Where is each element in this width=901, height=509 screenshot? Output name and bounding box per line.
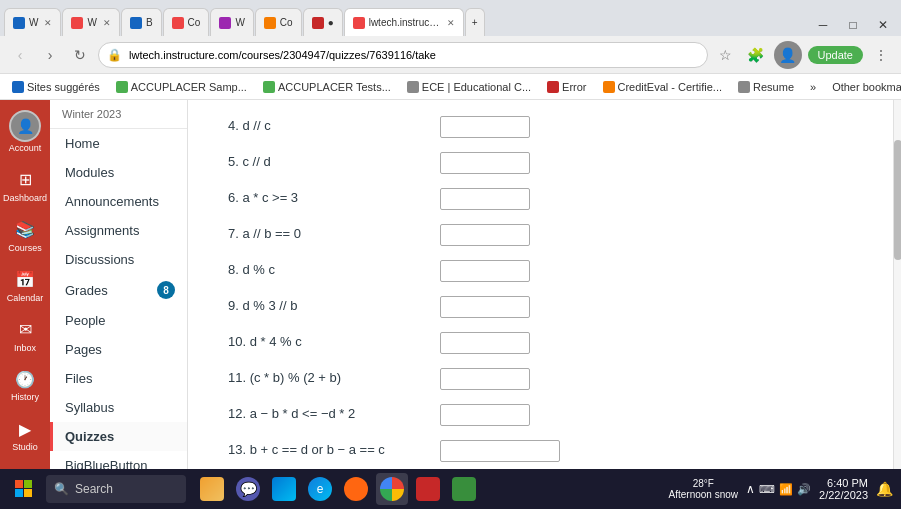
sidebar-item-home[interactable]: Home bbox=[50, 129, 187, 158]
quiz-item-8: 8. d % c bbox=[228, 260, 853, 282]
quiz-input-8[interactable] bbox=[440, 260, 530, 282]
taskbar-chat[interactable]: 💬 bbox=[232, 473, 264, 505]
bookmark-label: CreditEval - Certifie... bbox=[618, 81, 723, 93]
sidebar-item-modules[interactable]: Modules bbox=[50, 158, 187, 187]
bookmark-label: ECE | Educational C... bbox=[422, 81, 531, 93]
bookmark-more[interactable]: » bbox=[806, 79, 820, 95]
notification-icon[interactable]: 🔔 bbox=[876, 481, 893, 497]
tab-7[interactable]: ● bbox=[303, 8, 343, 36]
taskbar-firefox[interactable] bbox=[340, 473, 372, 505]
bookmark-label: ACCUPLACER Tests... bbox=[278, 81, 391, 93]
taskbar-edge[interactable]: e bbox=[304, 473, 336, 505]
sidebar-pages-label: Pages bbox=[65, 342, 102, 357]
tray-keyboard-icon[interactable]: ⌨ bbox=[759, 483, 775, 496]
chat-icon: 💬 bbox=[236, 477, 260, 501]
update-button[interactable]: Update bbox=[808, 46, 863, 64]
reload-button[interactable]: ↻ bbox=[68, 43, 92, 67]
sidebar-item-files[interactable]: Files bbox=[50, 364, 187, 393]
taskbar-chrome[interactable] bbox=[376, 473, 408, 505]
quiz-input-11[interactable] bbox=[440, 368, 530, 390]
quiz-input-12[interactable] bbox=[440, 404, 530, 426]
sidebar-item-assignments[interactable]: Assignments bbox=[50, 216, 187, 245]
secure-icon: 🔒 bbox=[107, 48, 122, 62]
address-bar[interactable]: 🔒 bbox=[98, 42, 708, 68]
quiz-label-6: 6. a * c >= 3 bbox=[228, 188, 428, 209]
bookmark-resume[interactable]: Resume bbox=[734, 79, 798, 95]
tab-6[interactable]: Co bbox=[255, 8, 302, 36]
sidebar: Winter 2023 Home Modules Announcements A… bbox=[50, 100, 188, 509]
taskbar-store[interactable] bbox=[268, 473, 300, 505]
bookmark-accuplacer2[interactable]: ACCUPLACER Tests... bbox=[259, 79, 395, 95]
bookmark-sites[interactable]: Sites suggérés bbox=[8, 79, 104, 95]
weather-widget[interactable]: 28°F Afternoon snow bbox=[669, 478, 739, 500]
sidebar-item-syllabus[interactable]: Syllabus bbox=[50, 393, 187, 422]
address-input[interactable] bbox=[129, 49, 677, 61]
forward-button[interactable]: › bbox=[38, 43, 62, 67]
tab-active[interactable]: lwtech.instructure.com ✕ bbox=[344, 8, 464, 36]
bookmark-crediteval[interactable]: CreditEval - Certifie... bbox=[599, 79, 727, 95]
nav-calendar-label: Calendar bbox=[7, 294, 44, 304]
tab-close-1[interactable]: ✕ bbox=[44, 18, 52, 28]
tray-icons: ∧ ⌨ 📶 🔊 bbox=[746, 482, 811, 496]
sidebar-item-grades[interactable]: Grades 8 bbox=[50, 274, 187, 306]
tab-1[interactable]: W ✕ bbox=[4, 8, 61, 36]
profile-button[interactable]: 👤 bbox=[774, 41, 802, 69]
sidebar-item-quizzes[interactable]: Quizzes bbox=[50, 422, 187, 451]
taskbar-other[interactable] bbox=[448, 473, 480, 505]
nav-dashboard[interactable]: ⊞ Dashboard bbox=[3, 162, 47, 210]
sidebar-item-announcements[interactable]: Announcements bbox=[50, 187, 187, 216]
quiz-label-11: 11. (c * b) % (2 + b) bbox=[228, 368, 428, 389]
nav-studio[interactable]: ▶ Studio bbox=[3, 411, 47, 459]
tray-up-arrow[interactable]: ∧ bbox=[746, 482, 755, 496]
quiz-input-4[interactable] bbox=[440, 116, 530, 138]
sidebar-item-discussions[interactable]: Discussions bbox=[50, 245, 187, 274]
taskbar-clock[interactable]: 6:40 PM 2/22/2023 bbox=[819, 477, 868, 501]
minimize-button[interactable]: ─ bbox=[809, 14, 837, 36]
sidebar-item-pages[interactable]: Pages bbox=[50, 335, 187, 364]
sidebar-syllabus-label: Syllabus bbox=[65, 400, 114, 415]
maximize-button[interactable]: □ bbox=[839, 14, 867, 36]
tab-4[interactable]: Co bbox=[163, 8, 210, 36]
nav-courses[interactable]: 📚 Courses bbox=[3, 212, 47, 260]
start-button[interactable] bbox=[8, 473, 40, 505]
nav-dashboard-label: Dashboard bbox=[3, 194, 47, 204]
bookmark-label: ACCUPLACER Samp... bbox=[131, 81, 247, 93]
tab-favicon-6 bbox=[264, 17, 276, 29]
right-scrollbar[interactable] bbox=[893, 100, 901, 509]
back-button[interactable]: ‹ bbox=[8, 43, 32, 67]
tray-volume-icon[interactable]: 🔊 bbox=[797, 483, 811, 496]
grades-badge: 8 bbox=[157, 281, 175, 299]
tab-3[interactable]: B bbox=[121, 8, 162, 36]
taskbar-explorer[interactable] bbox=[196, 473, 228, 505]
sidebar-item-people[interactable]: People bbox=[50, 306, 187, 335]
bookmark-accuplacer1[interactable]: ACCUPLACER Samp... bbox=[112, 79, 251, 95]
tab-5[interactable]: W bbox=[210, 8, 253, 36]
tray-network-icon[interactable]: 📶 bbox=[779, 483, 793, 496]
bookmark-error[interactable]: Error bbox=[543, 79, 590, 95]
quiz-input-6[interactable] bbox=[440, 188, 530, 210]
nav-history[interactable]: 🕐 History bbox=[3, 361, 47, 409]
taskbar-search[interactable]: 🔍 Search bbox=[46, 475, 186, 503]
quiz-input-5[interactable] bbox=[440, 152, 530, 174]
quiz-input-9[interactable] bbox=[440, 296, 530, 318]
tab-close-2[interactable]: ✕ bbox=[103, 18, 111, 28]
nav-account[interactable]: 👤 Account bbox=[3, 104, 47, 160]
bookmark-ece[interactable]: ECE | Educational C... bbox=[403, 79, 535, 95]
bookmark-star[interactable]: ☆ bbox=[714, 43, 738, 67]
quiz-input-7[interactable] bbox=[440, 224, 530, 246]
nav-calendar[interactable]: 📅 Calendar bbox=[3, 262, 47, 310]
quiz-label-8: 8. d % c bbox=[228, 260, 428, 281]
scrollbar-thumb[interactable] bbox=[894, 140, 901, 260]
quiz-item-11: 11. (c * b) % (2 + b) bbox=[228, 368, 853, 390]
tab-2[interactable]: W ✕ bbox=[62, 8, 119, 36]
quiz-input-10[interactable] bbox=[440, 332, 530, 354]
menu-button[interactable]: ⋮ bbox=[869, 43, 893, 67]
tab-close-active[interactable]: ✕ bbox=[447, 18, 455, 28]
extensions-button[interactable]: 🧩 bbox=[744, 43, 768, 67]
close-button[interactable]: ✕ bbox=[869, 14, 897, 36]
tab-9[interactable]: + bbox=[465, 8, 485, 36]
nav-inbox[interactable]: ✉ Inbox bbox=[3, 312, 47, 360]
bookmark-other[interactable]: Other bookmarks bbox=[828, 79, 901, 95]
taskbar-antivirus[interactable] bbox=[412, 473, 444, 505]
quiz-input-13[interactable] bbox=[440, 440, 560, 462]
